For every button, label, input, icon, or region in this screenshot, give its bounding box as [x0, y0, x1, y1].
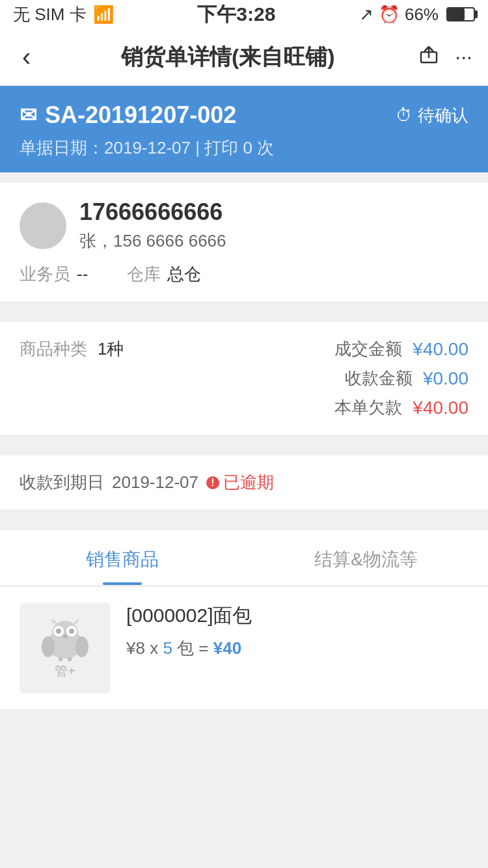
svg-point-6	[56, 629, 61, 634]
overdue-badge: ! 已逾期	[206, 471, 274, 494]
amount-value-2: ¥40.00	[413, 398, 468, 418]
due-date-label: 收款到期日	[20, 471, 104, 494]
share-button[interactable]	[418, 44, 439, 70]
tabs-section: 销售商品 结算&物流等	[0, 530, 488, 586]
nav-right-actions: ···	[418, 44, 472, 70]
status-bar: 无 SIM 卡 📶 下午3:28 ↗ ⏰ 66%	[0, 0, 488, 29]
customer-avatar	[20, 202, 66, 249]
summary-right: 成交金额 ¥40.00 收款金额 ¥0.00 本单欠款 ¥40.00	[334, 338, 468, 419]
warehouse-field: 仓库 总仓	[127, 263, 201, 286]
amount-value-1: ¥0.00	[423, 368, 468, 389]
order-status: ⏱ 待确认	[396, 104, 468, 127]
nav-bar: ‹ 销货单详情(来自旺铺) ···	[0, 29, 488, 86]
print-count: 0	[243, 138, 252, 157]
salesperson-label: 业务员	[20, 263, 70, 286]
overdue-icon: !	[206, 476, 219, 489]
svg-point-2	[31, 230, 55, 240]
product-info: [0000002]面包 ¥8 x 5 包 = ¥40	[126, 603, 468, 660]
product-title: 面包	[213, 604, 252, 626]
amount-row-1: 收款金额 ¥0.00	[345, 367, 468, 390]
summary-left: 商品种类 1种	[20, 338, 124, 360]
product-kind-row: 商品种类 1种	[20, 338, 124, 360]
order-date-value: 2019-12-07	[104, 138, 191, 157]
battery-percent: 66%	[405, 5, 439, 25]
order-icon: ✉	[20, 103, 37, 128]
status-right: ↗ ⏰ 66%	[359, 5, 475, 25]
divider-2	[0, 435, 488, 445]
order-id: ✉ SA-20191207-002	[20, 102, 236, 129]
more-button[interactable]: ···	[455, 45, 472, 69]
svg-rect-15	[68, 657, 72, 661]
amount-row-0: 成交金额 ¥40.00	[334, 338, 468, 360]
tab-settlement[interactable]: 结算&物流等	[244, 530, 488, 585]
order-id-row: ✉ SA-20191207-002 ⏱ 待确认	[20, 102, 468, 129]
due-date-value: 2019-12-07	[112, 472, 198, 493]
svg-marker-11	[73, 618, 79, 623]
status-carrier: 无 SIM 卡 📶	[13, 3, 114, 26]
status-time: 下午3:28	[197, 1, 275, 28]
page-title: 销货单详情(来自旺铺)	[121, 42, 335, 72]
print-label: 打印	[204, 138, 238, 157]
product-total: ¥40	[213, 638, 241, 658]
alarm-icon: ⏰	[379, 5, 400, 25]
salesperson-value: --	[77, 264, 88, 284]
amount-row-2: 本单欠款 ¥40.00	[334, 396, 468, 419]
order-header: ✉ SA-20191207-002 ⏱ 待确认 单据日期：2019-12-07 …	[0, 86, 488, 172]
amount-label-0: 成交金额	[334, 338, 402, 360]
product-thumbnail: 管+	[20, 603, 111, 694]
print-unit: 次	[257, 138, 274, 157]
order-date-label: 单据日期：	[20, 138, 104, 157]
product-code: [0000002]	[126, 604, 213, 626]
svg-rect-14	[59, 657, 62, 661]
svg-point-13	[75, 636, 88, 657]
overdue-text: 已逾期	[223, 471, 274, 494]
product-thumb-inner: 管+	[39, 617, 91, 680]
battery-fill	[448, 8, 465, 20]
tab-sales-products[interactable]: 销售商品	[0, 530, 244, 585]
product-unit: 包	[177, 638, 194, 658]
status-clock-icon: ⏱	[396, 105, 413, 126]
product-equals: =	[198, 638, 213, 658]
brand-plus-text: 管+	[55, 662, 75, 680]
product-qty: 5	[163, 638, 172, 658]
amount-label-2: 本单欠款	[334, 396, 402, 419]
product-multiply: x	[150, 638, 163, 658]
location-icon: ↗	[359, 5, 373, 25]
product-price: ¥8	[126, 638, 145, 658]
battery-icon	[446, 7, 475, 21]
customer-info: 17666666666 张，156 6666 6666	[79, 198, 226, 252]
order-date-sep: |	[195, 138, 200, 157]
customer-meta: 业务员 -- 仓库 总仓	[20, 263, 468, 286]
amount-label-1: 收款金额	[345, 367, 413, 390]
wifi-icon: 📶	[93, 5, 114, 25]
due-date-section: 收款到期日 2019-12-07 ! 已逾期	[0, 455, 488, 509]
summary-section: 商品种类 1种 成交金额 ¥40.00 收款金额 ¥0.00 本单欠款 ¥40.…	[0, 322, 488, 435]
customer-name: 张，156 6666 6666	[79, 230, 226, 252]
product-section: 管+ [0000002]面包 ¥8 x 5 包 = ¥40	[0, 587, 488, 709]
status-text: 待确认	[418, 104, 468, 127]
svg-marker-10	[51, 618, 57, 623]
order-id-text: SA-20191207-002	[45, 102, 236, 129]
warehouse-value: 总仓	[167, 263, 201, 286]
customer-row: 17666666666 张，156 6666 6666	[20, 198, 468, 252]
tab-sales-label: 销售商品	[86, 549, 159, 569]
product-price-row: ¥8 x 5 包 = ¥40	[126, 637, 468, 660]
product-kind-value: 1种	[98, 338, 124, 360]
product-name: [0000002]面包	[126, 603, 468, 629]
back-button[interactable]: ‹	[16, 36, 37, 78]
salesperson-field: 业务员 --	[20, 263, 88, 286]
order-date: 单据日期：2019-12-07 | 打印 0 次	[20, 137, 468, 159]
svg-point-12	[42, 636, 55, 657]
amount-value-0: ¥40.00	[413, 339, 468, 360]
carrier-text: 无 SIM 卡	[13, 3, 87, 26]
svg-point-8	[69, 629, 74, 634]
tab-settlement-label: 结算&物流等	[314, 549, 418, 569]
divider-3	[0, 509, 488, 520]
customer-phone: 17666666666	[79, 198, 226, 226]
product-kind-label: 商品种类	[20, 338, 87, 360]
divider-1	[0, 301, 488, 312]
customer-section: 17666666666 张，156 6666 6666 业务员 -- 仓库 总仓	[0, 183, 488, 301]
svg-point-1	[36, 215, 49, 228]
empty-content-area	[0, 709, 488, 868]
warehouse-label: 仓库	[127, 263, 161, 286]
